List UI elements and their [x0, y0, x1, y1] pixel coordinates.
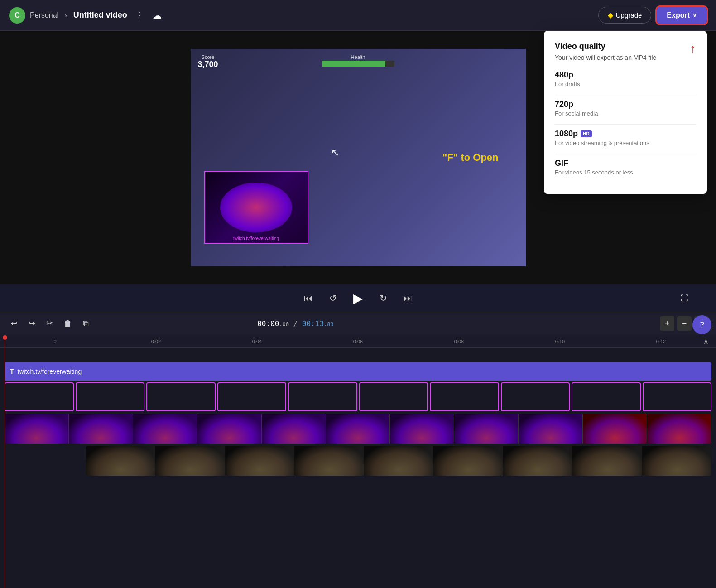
video-thumb-9: [519, 414, 583, 444]
export-button[interactable]: Export ∨: [657, 7, 707, 24]
timeline-toolbar: ↩ ↪ ✂ 🗑 ⧉ 00:00.00 / 00:13.83 + − ⤢: [0, 312, 716, 335]
tracks: T twitch.tv/foreverwaiting: [0, 348, 716, 481]
inset-video-content: [205, 172, 308, 243]
export-panel-subtitle: Your video will export as an MP4 file: [555, 54, 696, 61]
fullscreen-button[interactable]: ⛶: [681, 294, 689, 303]
cursor-indicator: ↖: [331, 147, 339, 159]
upgrade-label: Upgrade: [616, 11, 642, 19]
score-label: Score: [198, 54, 218, 60]
quality-desc-1080p: For video streaming & presentations: [555, 140, 696, 146]
text-track-label: twitch.tv/foreverwaiting: [18, 368, 82, 375]
video-thumb-dark-1: [86, 446, 155, 476]
video-background: Score 3,700 Health "F" to Open ↖: [191, 49, 526, 266]
timeline-area: 0 0:02 0:04 0:06 0:08 0:10 0:12 ∧ T twit…: [0, 335, 716, 588]
duplicate-button[interactable]: ⧉: [79, 316, 92, 331]
gem-icon: ◆: [608, 11, 613, 19]
quality-label-480p: 480p: [555, 70, 696, 80]
delete-button[interactable]: 🗑: [60, 316, 76, 331]
video-thumb-10: [583, 414, 647, 444]
skip-start-button[interactable]: ⏮: [301, 290, 316, 306]
video-thumb-dark-6: [433, 446, 503, 476]
more-options-icon[interactable]: ⋮: [135, 10, 144, 21]
export-label: Export: [667, 11, 690, 19]
fps-overlay-text: "F" to Open: [442, 152, 499, 164]
img-thumb-3: [146, 382, 216, 411]
ruler-mark-4: 0:04: [207, 339, 308, 344]
video-thumb-dark-3: [225, 446, 294, 476]
hud-score: Score 3,700: [198, 54, 218, 69]
project-title[interactable]: Untitled video: [73, 10, 127, 20]
watermark-text: twitch.tv/foreverwaiting: [233, 236, 279, 241]
skip-end-button[interactable]: ⏭: [401, 290, 415, 306]
export-quality-panel: ↑ Video quality Your video will export a…: [544, 31, 707, 194]
quality-label-720p: 720p: [555, 100, 696, 109]
header: C Personal › Untitled video ⋮ ☁ ◆ Upgrad…: [0, 0, 716, 31]
video-thumb-3: [133, 414, 197, 444]
breadcrumb-workspace[interactable]: Personal: [30, 11, 58, 19]
empty-track-space: [0, 352, 716, 361]
video-thumb-dark-5: [364, 446, 433, 476]
video-thumb-5: [262, 414, 326, 444]
quality-option-480p[interactable]: 480p For drafts: [555, 70, 696, 87]
video-thumb-7: [390, 414, 454, 444]
rewind-button[interactable]: ↺: [327, 290, 340, 306]
play-button[interactable]: ▶: [351, 288, 366, 308]
video-overlay: Score 3,700 Health "F" to Open ↖: [191, 49, 526, 266]
quality-option-720p[interactable]: 720p For social media: [555, 100, 696, 117]
ruler-mark-12: 0:12: [610, 339, 711, 344]
timeline-ruler: 0 0:02 0:04 0:06 0:08 0:10 0:12 ∧: [0, 335, 716, 348]
forward-button[interactable]: ↻: [377, 290, 390, 306]
health-bar: [322, 61, 394, 67]
cloud-save-icon: ☁: [153, 10, 162, 21]
gamer-silhouette: [220, 183, 292, 232]
video-thumb-dark-7: [503, 446, 572, 476]
inset-video-frame: twitch.tv/foreverwaiting: [204, 171, 308, 244]
img-thumb-10: [643, 382, 712, 411]
img-thumb-9: [572, 382, 641, 411]
video-thumb-6: [326, 414, 390, 444]
video-thumb-11: [647, 414, 711, 444]
health-fill: [322, 61, 385, 67]
quality-desc-gif: For videos 15 seconds or less: [555, 169, 696, 176]
cut-button[interactable]: ✂: [43, 316, 57, 331]
export-panel-title: Video quality: [555, 42, 696, 51]
export-dropdown-icon: ∨: [692, 12, 697, 19]
ruler-mark-8: 0:08: [408, 339, 509, 344]
quality-option-gif[interactable]: GIF For videos 15 seconds or less: [555, 159, 696, 176]
img-thumb-7: [430, 382, 499, 411]
breadcrumb-arrow: ›: [65, 12, 67, 19]
img-thumb-6: [359, 382, 428, 411]
collapse-button[interactable]: ∧: [703, 337, 709, 346]
img-thumb-4: [217, 382, 287, 411]
undo-button[interactable]: ↩: [7, 316, 21, 331]
zoom-in-button[interactable]: +: [660, 316, 674, 331]
video-track-2: [86, 446, 711, 476]
hd-badge: HD: [581, 130, 591, 137]
help-button[interactable]: ?: [692, 315, 711, 334]
zoom-out-button[interactable]: −: [677, 316, 692, 331]
text-track[interactable]: T twitch.tv/foreverwaiting: [5, 362, 711, 381]
ruler-mark-6: 0:06: [308, 339, 408, 344]
quality-option-1080p[interactable]: 1080p HD For video streaming & presentat…: [555, 129, 696, 146]
quality-desc-480p: For drafts: [555, 81, 696, 87]
img-thumb-1: [5, 382, 74, 411]
video-thumb-1: [5, 414, 69, 444]
ruler-mark-2: 0:02: [106, 339, 207, 344]
header-left: C Personal › Untitled video ⋮ ☁: [9, 7, 162, 24]
hud-health: Health: [322, 54, 394, 67]
header-right: ◆ Upgrade Export ∨: [598, 7, 707, 24]
video-thumb-dark-2: [155, 446, 225, 476]
image-thumbnail-track: [5, 382, 711, 412]
upgrade-button[interactable]: ◆ Upgrade: [598, 7, 652, 24]
time-total: 00:13.83: [302, 319, 334, 328]
img-thumb-8: [501, 382, 570, 411]
avatar[interactable]: C: [9, 7, 25, 24]
video-thumb-dark-8: [572, 446, 642, 476]
quality-desc-720p: For social media: [555, 110, 696, 117]
ruler-marks: 0 0:02 0:04 0:06 0:08 0:10 0:12: [0, 339, 716, 344]
quality-label-1080p: 1080p HD: [555, 129, 696, 139]
redo-button[interactable]: ↪: [25, 316, 39, 331]
video-thumb-4: [197, 414, 262, 444]
text-track-icon: T: [10, 368, 14, 375]
video-thumb-dark-9: [642, 446, 711, 476]
